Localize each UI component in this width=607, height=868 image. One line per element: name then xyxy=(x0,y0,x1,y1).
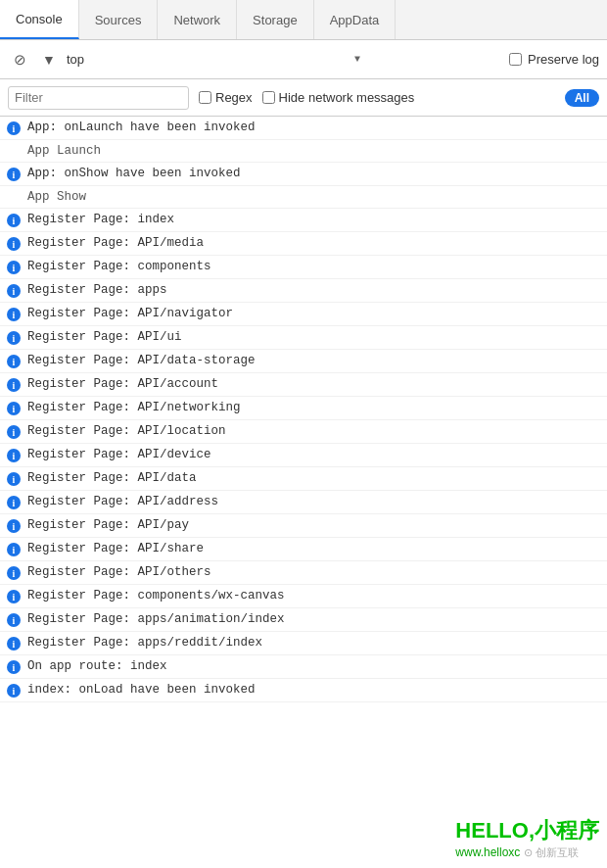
log-entry: iApp: onLaunch have been invoked xyxy=(0,117,607,140)
log-text: Register Page: API/pay xyxy=(27,516,189,534)
log-text: Register Page: API/data xyxy=(27,469,197,487)
info-icon: i xyxy=(4,423,23,441)
log-entry: iRegister Page: API/networking xyxy=(0,397,607,420)
log-text: Register Page: API/device xyxy=(27,446,211,463)
info-icon: i xyxy=(4,212,23,229)
tab-storage[interactable]: Storage xyxy=(237,0,314,39)
log-text: Register Page: API/share xyxy=(27,540,204,557)
log-text: Register Page: API/navigator xyxy=(27,305,233,322)
log-subentry: App Show xyxy=(0,186,607,209)
info-icon: i xyxy=(4,517,23,535)
log-text: Register Page: API/media xyxy=(27,234,204,252)
hide-network-checkbox[interactable] xyxy=(262,91,275,104)
log-text: Register Page: API/location xyxy=(27,422,226,440)
stop-button[interactable]: ⊘ xyxy=(8,48,31,72)
log-entry: iRegister Page: API/data xyxy=(0,467,607,491)
info-icon: i xyxy=(4,376,23,394)
context-value: top xyxy=(67,52,350,67)
tab-bar: Console Sources Network Storage AppData xyxy=(0,0,607,40)
log-entry: iRegister Page: API/account xyxy=(0,373,607,397)
log-text: Register Page: apps xyxy=(27,281,167,299)
filter-button[interactable]: ▼ xyxy=(37,48,61,72)
log-entry: iRegister Page: API/device xyxy=(0,444,607,467)
preserve-log-wrapper: Preserve log xyxy=(509,52,599,67)
info-icon: i xyxy=(4,470,23,488)
log-entry: iRegister Page: API/navigator xyxy=(0,303,607,326)
log-text: Register Page: API/networking xyxy=(27,399,241,416)
log-entry: iRegister Page: components xyxy=(0,256,607,279)
info-icon: i xyxy=(4,120,23,137)
log-entry: iRegister Page: apps/animation/index xyxy=(0,608,607,632)
info-icon: i xyxy=(4,682,23,699)
log-entry: iRegister Page: components/wx-canvas xyxy=(0,585,607,608)
log-entry: iRegister Page: apps xyxy=(0,279,607,303)
log-subentry: App Launch xyxy=(0,140,607,163)
preserve-log-checkbox[interactable] xyxy=(509,53,522,66)
log-subtext: App Show xyxy=(27,188,86,206)
log-text: Register Page: API/data-storage xyxy=(27,352,256,369)
info-icon: i xyxy=(4,611,23,629)
toolbar: ⊘ ▼ top ▼ Preserve log xyxy=(0,40,607,79)
log-text: Register Page: API/ui xyxy=(27,328,182,346)
log-text: Register Page: API/account xyxy=(27,375,218,393)
stop-icon: ⊘ xyxy=(14,51,26,69)
log-text: Register Page: components xyxy=(27,258,211,275)
log-text: Register Page: API/address xyxy=(27,493,218,510)
log-entry: iRegister Page: API/share xyxy=(0,538,607,561)
log-entry: iindex: onLoad have been invoked xyxy=(0,679,607,702)
log-entry: iRegister Page: API/location xyxy=(0,420,607,444)
preserve-log-label: Preserve log xyxy=(528,52,599,67)
log-area: iApp: onLaunch have been invokedApp Laun… xyxy=(0,117,607,868)
log-text: index: onLoad have been invoked xyxy=(27,681,256,699)
log-text: On app route: index xyxy=(27,657,167,675)
tab-sources[interactable]: Sources xyxy=(79,0,159,39)
regex-checkbox[interactable] xyxy=(199,91,211,104)
info-icon: i xyxy=(4,588,23,605)
chevron-down-icon[interactable]: ▼ xyxy=(354,54,360,65)
log-text: Register Page: index xyxy=(27,211,174,228)
context-selector[interactable]: top ▼ xyxy=(67,52,360,67)
info-icon: i xyxy=(4,235,23,253)
info-icon: i xyxy=(4,400,23,417)
log-entry: iRegister Page: API/others xyxy=(0,561,607,585)
filter-icon: ▼ xyxy=(42,52,56,68)
info-icon: i xyxy=(4,564,23,582)
log-text: App: onLaunch have been invoked xyxy=(27,119,256,136)
tab-console[interactable]: Console xyxy=(0,0,79,39)
info-icon: i xyxy=(4,658,23,676)
log-entry: iRegister Page: API/address xyxy=(0,491,607,514)
info-icon: i xyxy=(4,329,23,347)
info-icon: i xyxy=(4,494,23,511)
info-icon: i xyxy=(4,282,23,300)
regex-option[interactable]: Regex xyxy=(199,90,253,105)
log-entry: iApp: onShow have been invoked xyxy=(0,163,607,186)
log-entry: iRegister Page: API/pay xyxy=(0,514,607,538)
log-entry: iRegister Page: index xyxy=(0,209,607,232)
log-text: Register Page: API/others xyxy=(27,563,211,581)
info-icon: i xyxy=(4,635,23,652)
hide-network-option[interactable]: Hide network messages xyxy=(262,90,415,105)
log-entry: iOn app route: index xyxy=(0,655,607,679)
log-entry: iRegister Page: API/data-storage xyxy=(0,350,607,373)
tab-appdata[interactable]: AppData xyxy=(314,0,397,39)
log-entry: iRegister Page: apps/reddit/index xyxy=(0,632,607,655)
info-icon: i xyxy=(4,447,23,464)
filter-bar: Regex Hide network messages All xyxy=(0,79,607,117)
all-levels-button[interactable]: All xyxy=(565,89,599,107)
log-subtext: App Launch xyxy=(27,142,101,160)
info-icon: i xyxy=(4,353,23,370)
log-text: Register Page: apps/animation/index xyxy=(27,610,285,628)
log-entry: iRegister Page: API/media xyxy=(0,232,607,256)
info-icon: i xyxy=(4,259,23,276)
filter-input[interactable] xyxy=(8,86,189,110)
info-icon: i xyxy=(4,541,23,558)
log-entry: iRegister Page: API/ui xyxy=(0,326,607,350)
log-text: Register Page: components/wx-canvas xyxy=(27,587,285,604)
info-icon: i xyxy=(4,166,23,183)
log-text: Register Page: apps/reddit/index xyxy=(27,634,262,651)
info-icon: i xyxy=(4,306,23,323)
tab-network[interactable]: Network xyxy=(158,0,237,39)
log-text: App: onShow have been invoked xyxy=(27,165,241,182)
